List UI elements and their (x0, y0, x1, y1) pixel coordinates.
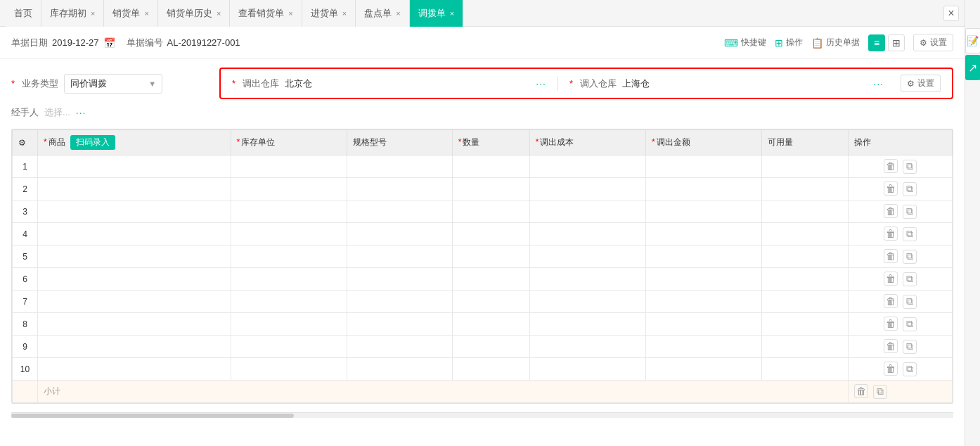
cell-amount-9[interactable] (646, 336, 762, 358)
cell-qty-1[interactable] (452, 155, 529, 178)
tab-transfer-order[interactable]: 调拨单 × (410, 0, 463, 27)
tab-view-sales[interactable]: 查看销货单 × (230, 0, 302, 27)
cell-qty-4[interactable] (452, 223, 529, 246)
toolbar-grid-view-btn[interactable]: ⊞ (888, 34, 905, 51)
cell-spec-3[interactable] (347, 200, 452, 223)
tab-sales-history[interactable]: 销货单历史 × (158, 0, 230, 27)
cell-amount-8[interactable] (646, 313, 762, 336)
cell-cost-4[interactable] (529, 223, 645, 246)
cell-unit-8[interactable] (231, 313, 347, 336)
copy-row-btn-2[interactable]: ⧉ (903, 182, 917, 196)
copy-row-btn-9[interactable]: ⧉ (903, 340, 917, 354)
close-tab-view-sales[interactable]: × (288, 9, 292, 18)
delete-row-btn-4[interactable]: 🗑 (884, 227, 898, 241)
copy-row-btn-7[interactable]: ⧉ (903, 295, 917, 309)
toolbar-list-view-btn[interactable]: ≡ (868, 34, 885, 51)
copy-row-btn-10[interactable]: ⧉ (903, 362, 917, 376)
subtotal-row-copy-btn[interactable]: ⧉ (873, 385, 887, 399)
delete-row-btn-5[interactable]: 🗑 (884, 249, 898, 263)
cell-product-6[interactable] (38, 268, 231, 291)
scroll-thumb[interactable] (11, 414, 294, 418)
cell-unit-3[interactable] (231, 200, 347, 223)
cell-amount-2[interactable] (646, 178, 762, 200)
cell-product-9[interactable] (38, 336, 231, 358)
cell-cost-10[interactable] (529, 358, 645, 381)
cell-product-8[interactable] (38, 313, 231, 336)
close-tab-sales-history[interactable]: × (217, 9, 221, 18)
tab-purchase-order[interactable]: 进货单 × (302, 0, 356, 27)
operation-btn[interactable]: ⊞ 操作 (775, 37, 803, 49)
cell-spec-2[interactable] (347, 178, 452, 200)
sidebar-export-btn[interactable]: ↗ (965, 55, 981, 80)
handler-placeholder[interactable]: 选择... (44, 106, 70, 119)
cell-qty-3[interactable] (452, 200, 529, 223)
tab-inventory-count[interactable]: 盘点单 × (356, 0, 409, 27)
cell-product-2[interactable] (38, 178, 231, 200)
cell-product-5[interactable] (38, 246, 231, 268)
delete-row-btn-9[interactable]: 🗑 (884, 339, 898, 353)
handler-more-btn[interactable]: ··· (76, 107, 86, 118)
copy-row-btn-5[interactable]: ⧉ (903, 250, 917, 264)
col-gear[interactable]: ⚙ (13, 130, 38, 155)
cell-qty-2[interactable] (452, 178, 529, 200)
cell-product-1[interactable] (38, 155, 231, 178)
cell-cost-1[interactable] (529, 155, 645, 178)
cell-spec-1[interactable] (347, 155, 452, 178)
tab-home[interactable]: 首页 (6, 0, 41, 27)
settings-btn[interactable]: ⚙ 设置 (913, 34, 953, 51)
warehouse-settings-btn[interactable]: ⚙ 设置 (901, 75, 941, 92)
close-tab-inventory-count[interactable]: × (396, 9, 400, 18)
cell-amount-3[interactable] (646, 200, 762, 223)
cell-product-3[interactable] (38, 200, 231, 223)
shortcut-btn[interactable]: ⌨ 快捷键 (724, 37, 766, 49)
delete-row-btn-3[interactable]: 🗑 (884, 204, 898, 218)
close-window-btn[interactable]: × (943, 6, 959, 21)
cell-spec-8[interactable] (347, 313, 452, 336)
cell-qty-5[interactable] (452, 246, 529, 268)
cell-cost-9[interactable] (529, 336, 645, 358)
cell-amount-4[interactable] (646, 223, 762, 246)
copy-row-btn-4[interactable]: ⧉ (903, 227, 917, 241)
close-tab-purchase-order[interactable]: × (342, 9, 347, 18)
cell-cost-6[interactable] (529, 268, 645, 291)
cell-qty-6[interactable] (452, 268, 529, 291)
copy-row-btn-6[interactable]: ⧉ (903, 272, 917, 286)
cell-unit-5[interactable] (231, 246, 347, 268)
delete-row-btn-6[interactable]: 🗑 (884, 272, 898, 286)
close-tab-sales-order[interactable]: × (144, 9, 148, 18)
close-tab-inventory-init[interactable]: × (91, 9, 95, 18)
cell-spec-5[interactable] (347, 246, 452, 268)
date-value[interactable]: 2019-12-27 (52, 37, 99, 48)
subtotal-row-delete-btn[interactable]: 🗑 (854, 384, 868, 398)
delete-row-btn-7[interactable]: 🗑 (884, 294, 898, 308)
cell-spec-10[interactable] (347, 358, 452, 381)
close-tab-transfer-order[interactable]: × (450, 9, 454, 18)
cell-cost-3[interactable] (529, 200, 645, 223)
calendar-icon[interactable]: 📅 (103, 37, 115, 49)
cell-cost-8[interactable] (529, 313, 645, 336)
cell-amount-7[interactable] (646, 291, 762, 313)
copy-row-btn-8[interactable]: ⧉ (903, 317, 917, 331)
delete-row-btn-8[interactable]: 🗑 (884, 317, 898, 331)
cell-amount-5[interactable] (646, 246, 762, 268)
cell-spec-9[interactable] (347, 336, 452, 358)
delete-row-btn-10[interactable]: 🗑 (884, 362, 898, 376)
tab-inventory-init[interactable]: 库存期初 × (41, 0, 104, 27)
cell-amount-10[interactable] (646, 358, 762, 381)
cell-spec-4[interactable] (347, 223, 452, 246)
cell-spec-6[interactable] (347, 268, 452, 291)
cell-unit-10[interactable] (231, 358, 347, 381)
history-btn[interactable]: 📋 历史单据 (811, 37, 860, 49)
delete-row-btn-1[interactable]: 🗑 (884, 159, 898, 173)
cell-qty-9[interactable] (452, 336, 529, 358)
business-type-select[interactable]: 同价调拨 ▼ (64, 74, 162, 94)
cell-amount-6[interactable] (646, 268, 762, 291)
cell-amount-1[interactable] (646, 155, 762, 178)
warehouse-out-more-btn[interactable]: ··· (536, 78, 546, 89)
copy-row-btn-3[interactable]: ⧉ (903, 205, 917, 219)
cell-product-4[interactable] (38, 223, 231, 246)
warehouse-in-more-btn[interactable]: ··· (873, 78, 884, 89)
cell-cost-5[interactable] (529, 246, 645, 268)
scan-entry-btn[interactable]: 扫码录入 (70, 135, 115, 150)
cell-cost-2[interactable] (529, 178, 645, 200)
